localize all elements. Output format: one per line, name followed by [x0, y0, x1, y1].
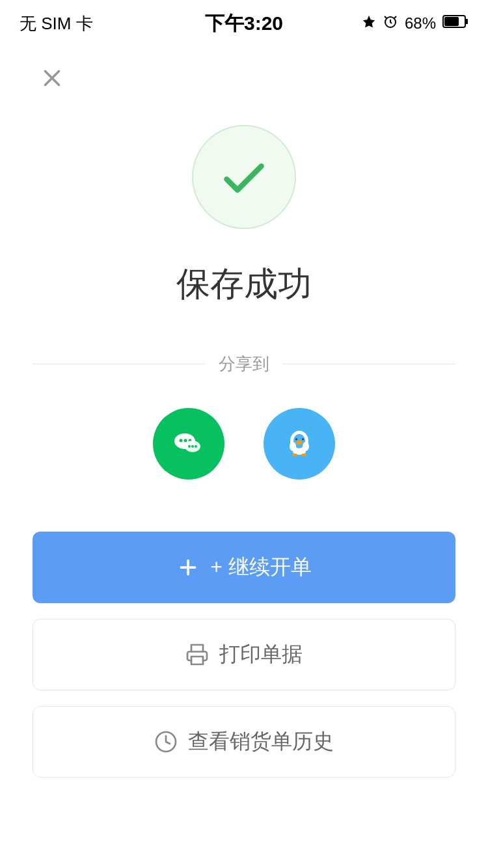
status-left: 无 SIM 卡 — [20, 12, 101, 35]
svg-point-19 — [295, 439, 297, 441]
svg-point-8 — [180, 439, 183, 442]
history-button[interactable]: 查看销货单历史 — [33, 706, 455, 778]
divider-right — [282, 364, 455, 364]
qq-share-button[interactable] — [264, 408, 335, 480]
svg-point-21 — [296, 441, 303, 444]
status-right: 68% — [362, 14, 468, 33]
action-buttons: + 继续开单 打印单据 查看销货单历史 — [0, 532, 488, 778]
svg-rect-4 — [444, 17, 459, 26]
svg-point-12 — [188, 445, 191, 448]
svg-point-25 — [292, 454, 297, 456]
wechat-share-button[interactable] — [153, 408, 224, 480]
share-label: 分享到 — [219, 353, 269, 375]
status-bar: 无 SIM 卡 下午3:20 68% — [0, 0, 488, 47]
main-content: 保存成功 分享到 — [0, 47, 488, 778]
continue-label: + 继续开单 — [210, 553, 312, 582]
alarm-icon — [383, 14, 398, 33]
success-title: 保存成功 — [176, 262, 312, 307]
share-icons-row — [153, 408, 335, 480]
svg-point-14 — [195, 445, 197, 448]
status-time: 下午3:20 — [205, 10, 283, 37]
svg-point-13 — [191, 445, 194, 448]
print-label: 打印单据 — [219, 640, 303, 669]
battery-label: 68% — [405, 14, 436, 33]
svg-rect-3 — [465, 19, 468, 24]
svg-rect-29 — [191, 657, 203, 664]
svg-point-9 — [184, 439, 187, 442]
svg-point-26 — [301, 454, 306, 456]
success-icon-circle — [192, 125, 296, 229]
location-icon — [362, 14, 376, 33]
battery-icon — [442, 14, 468, 33]
continue-button[interactable]: + 继续开单 — [33, 532, 455, 603]
history-label: 查看销货单历史 — [188, 727, 334, 756]
carrier-label: 无 SIM 卡 — [20, 12, 93, 35]
divider-left — [33, 364, 206, 364]
print-button[interactable]: 打印单据 — [33, 619, 455, 690]
close-button[interactable] — [33, 59, 72, 98]
svg-point-20 — [302, 439, 304, 441]
share-divider: 分享到 — [0, 353, 488, 375]
